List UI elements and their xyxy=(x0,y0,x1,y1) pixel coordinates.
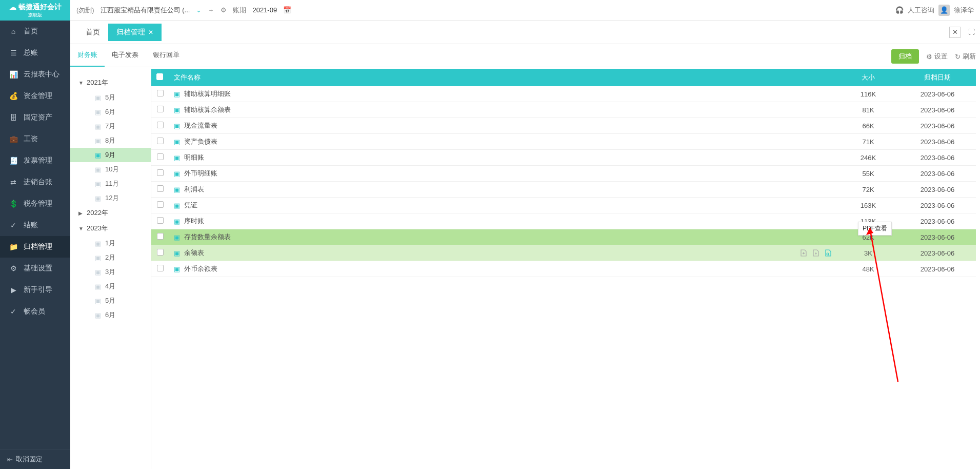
subtab-2[interactable]: 银行回单 xyxy=(146,44,187,67)
folder-icon: ▣ xyxy=(95,151,101,159)
folder-icon: ▣ xyxy=(95,311,101,319)
tree-month-12月[interactable]: ▣12月 xyxy=(70,191,151,205)
sidebar-item-member[interactable]: ✓畅会员 xyxy=(0,301,70,322)
select-all-checkbox[interactable] xyxy=(156,73,163,80)
tree-month-6月[interactable]: ▣6月 xyxy=(70,105,151,119)
folder-icon: ▣ xyxy=(174,249,180,257)
headset-icon[interactable]: 🎧 xyxy=(895,6,904,14)
gear-icon[interactable]: ⚙ xyxy=(221,6,227,14)
tree-year-2023年[interactable]: ▼2023年 xyxy=(70,221,151,236)
tree-month-4月[interactable]: ▣4月 xyxy=(70,279,151,294)
company-selector[interactable]: 江西服宝精品有限责任公司 (... xyxy=(101,6,190,15)
sidebar-item-asset[interactable]: 🗄固定资产 xyxy=(0,107,70,128)
tree-month-5月[interactable]: ▣5月 xyxy=(70,90,151,105)
row-checkbox[interactable] xyxy=(157,217,164,224)
sidebar-item-tax[interactable]: 💲税务管理 xyxy=(0,193,70,214)
archive-button[interactable]: 归档 xyxy=(891,49,919,64)
sidebar-item-archive[interactable]: 📁归档管理 xyxy=(0,236,70,258)
row-checkbox[interactable] xyxy=(157,265,164,271)
tree-month-6月[interactable]: ▣6月 xyxy=(70,308,151,322)
sidebar-item-salary[interactable]: 💼工资 xyxy=(0,128,70,150)
close-icon[interactable]: ✕ xyxy=(148,29,153,36)
sidebar-item-money[interactable]: 💰资金管理 xyxy=(0,85,70,107)
tree-month-5月[interactable]: ▣5月 xyxy=(70,294,151,308)
row-checkbox[interactable] xyxy=(157,233,164,240)
asset-icon: 🗄 xyxy=(9,113,17,122)
row-checkbox[interactable] xyxy=(157,106,164,112)
subtab-0[interactable]: 财务账 xyxy=(70,44,105,67)
sub-tabs: 财务账电子发票银行回单 xyxy=(70,44,891,67)
tree-month-3月[interactable]: ▣3月 xyxy=(70,265,151,279)
calendar-icon[interactable]: 📅 xyxy=(283,6,291,14)
row-checkbox[interactable] xyxy=(157,90,164,96)
tree-month-10月[interactable]: ▣10月 xyxy=(70,162,151,177)
table-row[interactable]: ▣利润表 72K 2023-06-06 xyxy=(151,182,976,198)
refresh-icon: ↻ xyxy=(955,53,961,61)
folder-icon: ▣ xyxy=(174,233,180,241)
subtab-1[interactable]: 电子发票 xyxy=(105,44,146,67)
fullscreen-button[interactable]: ⛶ xyxy=(966,27,977,38)
row-checkbox[interactable] xyxy=(157,185,164,192)
table-row[interactable]: ▣现金流量表 66K 2023-06-06 xyxy=(151,118,976,134)
export-icon[interactable] xyxy=(812,249,820,257)
sidebar-item-label: 税务管理 xyxy=(24,199,52,208)
table-row[interactable]: ▣外币余额表 48K 2023-06-06 xyxy=(151,261,976,277)
row-checkbox[interactable] xyxy=(157,201,164,208)
tree-year-2021年[interactable]: ▼2021年 xyxy=(70,75,151,90)
sidebar-item-label: 进销台账 xyxy=(24,178,52,187)
sidebar-item-invoice[interactable]: 🧾发票管理 xyxy=(0,150,70,171)
tab-首页[interactable]: 首页 xyxy=(77,24,108,41)
table-row[interactable]: ▣余额表 3K 2023-06-06 xyxy=(151,245,976,261)
avatar[interactable]: 👤 xyxy=(938,5,950,16)
sidebar-item-guide[interactable]: ▶新手引导 xyxy=(0,279,70,301)
tree-month-9月[interactable]: ▣9月 xyxy=(70,148,151,162)
table-row[interactable]: ▣辅助核算明细账 116K 2023-06-06 xyxy=(151,86,976,102)
sidebar-item-settings[interactable]: ⚙基础设置 xyxy=(0,258,70,279)
sidebar-item-chart[interactable]: 📊云报表中心 xyxy=(0,64,70,85)
tab-归档管理[interactable]: 归档管理✕ xyxy=(108,24,162,41)
consult-link[interactable]: 人工咨询 xyxy=(908,6,934,15)
file-date: 2023-06-06 xyxy=(899,150,976,166)
gear-icon: ⚙ xyxy=(926,53,932,61)
plus-icon[interactable]: ＋ xyxy=(208,6,214,15)
pdf-view-icon[interactable] xyxy=(824,249,832,257)
row-checkbox[interactable] xyxy=(157,138,164,144)
row-checkbox[interactable] xyxy=(157,153,164,160)
sidebar-item-label: 工资 xyxy=(24,134,38,144)
table-row[interactable]: ▣辅助核算余额表 81K 2023-06-06 xyxy=(151,102,976,118)
inout-icon: ⇄ xyxy=(9,178,17,186)
folder-icon: ▣ xyxy=(95,254,101,262)
tree-month-1月[interactable]: ▣1月 xyxy=(70,236,151,250)
chevron-down-icon[interactable]: ⌄ xyxy=(196,6,202,14)
table-row[interactable]: ▣存货数量余额表 62K 2023-06-06 xyxy=(151,229,976,245)
download-icon[interactable] xyxy=(799,249,808,257)
sidebar-item-close[interactable]: ✓结账 xyxy=(0,214,70,236)
table-row[interactable]: ▣明细账 246K 2023-06-06 xyxy=(151,150,976,166)
sidebar-item-ledger[interactable]: ☰总账 xyxy=(0,42,70,64)
row-checkbox[interactable] xyxy=(157,249,164,256)
company-prefix: (勿删) xyxy=(76,6,94,15)
tree-month-8月[interactable]: ▣8月 xyxy=(70,133,151,148)
sidebar-unpin[interactable]: ⇤ 取消固定 xyxy=(0,449,70,469)
sidebar-item-home[interactable]: ⌂首页 xyxy=(0,21,70,42)
row-checkbox[interactable] xyxy=(157,122,164,128)
table-row[interactable]: ▣资产负债表 71K 2023-06-06 xyxy=(151,134,976,150)
table-row[interactable]: ▣序时账 113K 2023-06-06 xyxy=(151,213,976,229)
close-tab-button[interactable]: ✕ xyxy=(949,27,961,38)
sidebar-item-inout[interactable]: ⇄进销台账 xyxy=(0,171,70,193)
settings-button[interactable]: ⚙设置 xyxy=(926,52,948,61)
username[interactable]: 徐泽华 xyxy=(954,6,974,15)
refresh-button[interactable]: ↻刷新 xyxy=(955,52,976,61)
col-date: 归档日期 xyxy=(899,69,976,86)
table-row[interactable]: ▣外币明细账 55K 2023-06-06 xyxy=(151,166,976,182)
file-date: 2023-06-06 xyxy=(899,213,976,229)
tree-month-7月[interactable]: ▣7月 xyxy=(70,119,151,133)
tree-month-11月[interactable]: ▣11月 xyxy=(70,177,151,191)
tree-month-2月[interactable]: ▣2月 xyxy=(70,250,151,265)
table-row[interactable]: ▣凭证 163K 2023-06-06 xyxy=(151,198,976,213)
folder-icon: ▣ xyxy=(174,202,180,209)
sidebar-item-label: 新手引导 xyxy=(24,285,52,295)
period-value[interactable]: 2021-09 xyxy=(252,6,277,14)
row-checkbox[interactable] xyxy=(157,169,164,176)
tree-year-2022年[interactable]: ▶2022年 xyxy=(70,205,151,221)
